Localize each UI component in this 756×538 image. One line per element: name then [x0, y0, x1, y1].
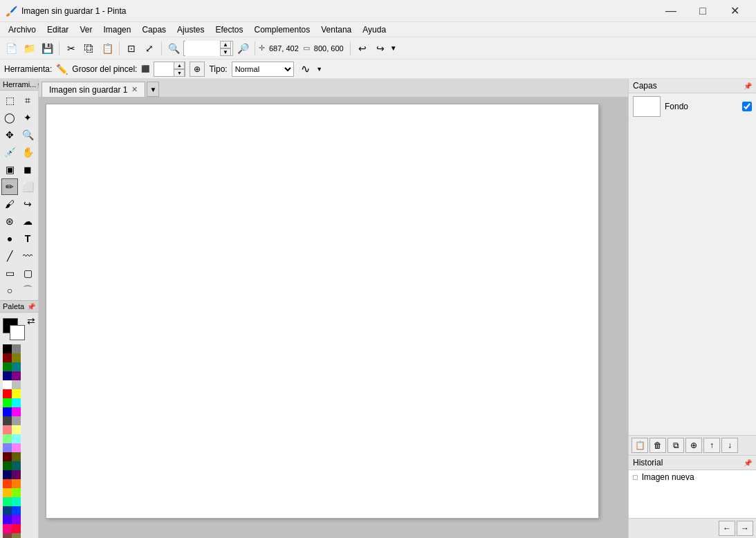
- clone-stamp-tool[interactable]: ⊛: [1, 213, 18, 230]
- menu-item-imagen[interactable]: Imagen: [98, 24, 136, 36]
- color-swatch[interactable]: [3, 452, 12, 461]
- color-swatch[interactable]: [12, 461, 21, 470]
- color-swatch[interactable]: [3, 371, 12, 380]
- brush-size-input[interactable]: 2: [154, 65, 174, 73]
- color-swatch[interactable]: [3, 425, 12, 434]
- brush-down-btn[interactable]: ▼: [174, 69, 185, 77]
- menu-item-complementos[interactable]: Complementos: [249, 24, 316, 36]
- color-swatch[interactable]: [3, 488, 12, 497]
- merge-down-button[interactable]: ⊕: [685, 438, 702, 453]
- background-color[interactable]: [10, 325, 25, 340]
- menu-item-archivo[interactable]: Archivo: [3, 24, 42, 36]
- color-swatch[interactable]: [12, 344, 21, 353]
- color-swatch[interactable]: [3, 497, 12, 506]
- color-swatch[interactable]: [12, 506, 21, 515]
- zoom-down-btn[interactable]: ▼: [220, 48, 231, 56]
- color-swatch[interactable]: [12, 533, 21, 538]
- color-pick-arrows[interactable]: ⇄: [27, 315, 35, 326]
- color-swatch[interactable]: [12, 479, 21, 488]
- brush-tool[interactable]: 🖌: [1, 196, 18, 212]
- undo-button[interactable]: ↩: [354, 40, 371, 57]
- gradient-tool[interactable]: ◼: [19, 161, 36, 178]
- crop-button[interactable]: ⊡: [123, 40, 140, 57]
- duplicate-layer-button[interactable]: ⧉: [667, 438, 684, 453]
- color-swatch[interactable]: [3, 389, 12, 398]
- type-select[interactable]: Normal Desenfocado Pixelado Mojado: [232, 62, 294, 77]
- palette-pin-icon[interactable]: 📌: [27, 303, 35, 310]
- redo-button[interactable]: ↪: [372, 40, 389, 57]
- paint-bucket-tool[interactable]: ▣: [1, 161, 18, 178]
- layer-item[interactable]: Fondo: [629, 93, 756, 120]
- color-swatch[interactable]: [12, 434, 21, 443]
- magic-wand-tool[interactable]: ✦: [19, 109, 36, 126]
- ellipse-select-tool[interactable]: ◯: [1, 109, 18, 126]
- color-swatch[interactable]: [12, 452, 21, 461]
- color-swatch[interactable]: [3, 362, 12, 371]
- blur-tool[interactable]: ☁: [19, 213, 36, 230]
- line-tool[interactable]: ╱: [1, 248, 18, 264]
- layers-pin-icon[interactable]: 📌: [744, 82, 752, 90]
- zoom-input[interactable]: 100 %: [185, 41, 220, 56]
- color-picker-tool[interactable]: 💉: [1, 144, 18, 160]
- move-tool[interactable]: ✥: [1, 127, 18, 143]
- zoom-tool[interactable]: 🔍: [19, 127, 36, 143]
- color-swatch[interactable]: [3, 479, 12, 488]
- menu-item-capas[interactable]: Capas: [136, 24, 172, 36]
- color-swatch[interactable]: [3, 533, 12, 538]
- rectangle-tool[interactable]: ▭: [1, 265, 18, 281]
- zoom-up-btn[interactable]: ▲: [220, 41, 231, 48]
- color-swatch[interactable]: [12, 353, 21, 362]
- close-button[interactable]: ✕: [719, 0, 750, 22]
- open-button[interactable]: 📁: [21, 40, 37, 57]
- rounded-rect-tool[interactable]: ▢: [19, 265, 36, 281]
- history-forward-button[interactable]: →: [737, 521, 753, 536]
- tab-dropdown[interactable]: ▼: [147, 82, 159, 97]
- resize-button[interactable]: ⤢: [141, 40, 158, 57]
- delete-layer-button[interactable]: 🗑: [649, 438, 666, 453]
- history-pin-icon[interactable]: 📌: [744, 459, 752, 467]
- save-button[interactable]: 💾: [39, 40, 55, 57]
- copy-button[interactable]: ⿻: [81, 40, 98, 57]
- color-swatch[interactable]: [12, 362, 21, 371]
- eraser-tool[interactable]: ⬜: [19, 178, 36, 195]
- history-back-button[interactable]: ←: [719, 521, 735, 536]
- pan-tool[interactable]: ✋: [19, 144, 36, 160]
- color-swatch[interactable]: [3, 443, 12, 452]
- text-tool[interactable]: T: [19, 230, 36, 247]
- menu-item-ajustes[interactable]: Ajustes: [172, 24, 210, 36]
- layer-up-button[interactable]: ↑: [703, 438, 720, 453]
- arc-tool[interactable]: ⌒: [19, 282, 36, 299]
- color-swatch[interactable]: [12, 470, 21, 479]
- color-swatch[interactable]: [12, 398, 21, 407]
- color-swatch[interactable]: [12, 416, 21, 425]
- lasso-select-tool[interactable]: ⌗: [19, 92, 36, 109]
- drawing-canvas[interactable]: [46, 104, 599, 519]
- maximize-button[interactable]: □: [687, 0, 719, 22]
- rectangle-select-tool[interactable]: ⬚: [1, 92, 18, 109]
- menu-item-ventana[interactable]: Ventana: [315, 24, 357, 36]
- history-item[interactable]: □ Imagen nueva: [629, 470, 756, 484]
- color-swatch[interactable]: [3, 524, 12, 533]
- menu-item-ver[interactable]: Ver: [74, 24, 98, 36]
- undo-dropdown[interactable]: ▼: [390, 44, 397, 52]
- minimize-button[interactable]: —: [655, 0, 687, 22]
- color-swatch[interactable]: [12, 443, 21, 452]
- freeform-path-tool[interactable]: 〰: [19, 248, 36, 264]
- canvas-container[interactable]: [39, 97, 628, 538]
- color-swatch[interactable]: [3, 515, 12, 524]
- zoom-out-button[interactable]: 🔍: [165, 40, 182, 57]
- layer-visibility-checkbox[interactable]: [742, 102, 752, 111]
- ellipse-tool[interactable]: ○: [1, 282, 18, 299]
- menu-item-efectos[interactable]: Efectos: [210, 24, 248, 36]
- color-swatch[interactable]: [3, 470, 12, 479]
- color-swatch[interactable]: [12, 380, 21, 389]
- recolor-tool[interactable]: ●: [1, 230, 18, 247]
- close-tab-button[interactable]: ✕: [131, 85, 138, 94]
- pencil-tool[interactable]: ✏: [1, 178, 18, 195]
- color-swatch[interactable]: [3, 461, 12, 470]
- color-swatch[interactable]: [3, 344, 12, 353]
- color-swatch[interactable]: [3, 380, 12, 389]
- color-swatch[interactable]: [12, 389, 21, 398]
- cut-button[interactable]: ✂: [63, 40, 80, 57]
- color-swatch[interactable]: [12, 524, 21, 533]
